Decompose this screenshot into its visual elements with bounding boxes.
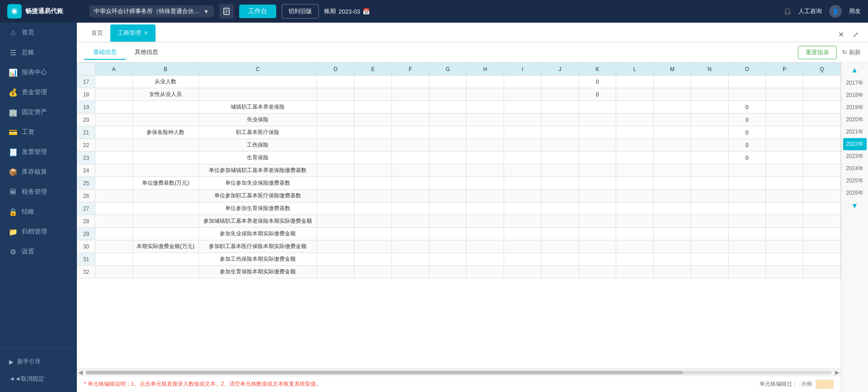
cell-r28-ccol_j[interactable] bbox=[541, 215, 579, 228]
cell-r25-ccol_n[interactable] bbox=[691, 177, 728, 190]
cell-r17-ccol_m[interactable] bbox=[654, 76, 691, 88]
cell-r17-ccol_h[interactable] bbox=[467, 76, 504, 88]
cell-r25-ccol_o[interactable] bbox=[728, 177, 766, 190]
cell-r20-ccol_n[interactable] bbox=[691, 114, 728, 126]
cell-r19-ccol_e[interactable] bbox=[354, 101, 392, 114]
cell-r28-ccol_b[interactable] bbox=[132, 215, 198, 228]
cell-r22-ccol_m[interactable] bbox=[654, 139, 691, 152]
year-scroll-up-icon[interactable]: ▲ bbox=[843, 64, 867, 76]
cell-r20-ccol_d[interactable] bbox=[317, 114, 354, 126]
cell-r22-ccol_l[interactable] bbox=[616, 139, 654, 152]
year-item-2021[interactable]: 2021年 bbox=[843, 126, 867, 138]
cell-r29-ccol_c[interactable]: 参加失业保险本期实际缴费金额 bbox=[198, 228, 317, 240]
cell-r17-ccol_e[interactable] bbox=[354, 76, 392, 88]
cell-r28-ccol_g[interactable] bbox=[429, 215, 467, 228]
cancel-fix-button[interactable]: ◄◄取消固定 bbox=[0, 370, 77, 387]
sidebar-item-ledger[interactable]: ☰ 总账 bbox=[0, 43, 77, 62]
cell-r19-ccol_j[interactable] bbox=[541, 101, 579, 114]
cell-r32-ccol_g[interactable] bbox=[429, 266, 467, 278]
cell-r29-ccol_g[interactable] bbox=[429, 228, 467, 240]
cell-r26-ccol_p[interactable] bbox=[766, 190, 803, 202]
doc-icon-button[interactable] bbox=[219, 4, 234, 19]
cell-r25-ccol_h[interactable] bbox=[467, 177, 504, 190]
cell-r24-ccol_i[interactable] bbox=[504, 164, 542, 177]
cell-r24-ccol_h[interactable] bbox=[467, 164, 504, 177]
cell-r26-ccol_b[interactable] bbox=[132, 190, 198, 202]
cell-r26-ccol_l[interactable] bbox=[616, 190, 654, 202]
cell-r29-ccol_o[interactable] bbox=[728, 228, 766, 240]
cell-r30-ccol_g[interactable] bbox=[429, 240, 467, 253]
cell-r30-ccol_q[interactable] bbox=[803, 240, 841, 253]
cell-r24-ccol_d[interactable] bbox=[317, 164, 354, 177]
cell-r31-ccol_q[interactable] bbox=[803, 253, 841, 266]
cell-r22-ccol_e[interactable] bbox=[354, 139, 392, 152]
cell-r22-ccol_c[interactable]: 工伤保险 bbox=[198, 139, 317, 152]
cell-r24-ccol_b[interactable] bbox=[132, 164, 198, 177]
cell-r29-ccol_i[interactable] bbox=[504, 228, 542, 240]
cell-r19-ccol_p[interactable] bbox=[766, 101, 803, 114]
cell-r22-ccol_n[interactable] bbox=[691, 139, 728, 152]
cell-r18-ccol_i[interactable] bbox=[504, 88, 542, 101]
cell-r24-ccol_g[interactable] bbox=[429, 164, 467, 177]
cell-r30-ccol_c[interactable]: 参加职工基本医疗保险本期实际缴费金额 bbox=[198, 240, 317, 253]
cell-r30-ccol_j[interactable] bbox=[541, 240, 579, 253]
cell-r18-ccol_b[interactable]: 女性从业人员 bbox=[132, 88, 198, 101]
cell-r27-ccol_h[interactable] bbox=[467, 202, 504, 215]
cell-r21-ccol_o[interactable]: 0 bbox=[728, 126, 766, 139]
cell-r18-ccol_d[interactable] bbox=[317, 88, 354, 101]
cell-r19-ccol_o[interactable]: 0 bbox=[728, 101, 766, 114]
cell-r26-ccol_e[interactable] bbox=[354, 190, 392, 202]
cell-r31-ccol_h[interactable] bbox=[467, 253, 504, 266]
cell-r17-ccol_l[interactable] bbox=[616, 76, 654, 88]
cell-r23-ccol_i[interactable] bbox=[504, 152, 542, 164]
cell-r32-ccol_e[interactable] bbox=[354, 266, 392, 278]
cell-r29-ccol_e[interactable] bbox=[354, 228, 392, 240]
cell-r27-ccol_a[interactable] bbox=[95, 202, 133, 215]
cell-r27-ccol_c[interactable]: 单位参加生育保险缴费基数 bbox=[198, 202, 317, 215]
sidebar-item-archive[interactable]: 📁 归档管理 bbox=[0, 222, 77, 242]
cell-r28-ccol_a[interactable] bbox=[95, 215, 133, 228]
sidebar-item-asset[interactable]: 🏢 固定资产 bbox=[0, 102, 77, 122]
cell-r25-ccol_d[interactable] bbox=[317, 177, 354, 190]
cell-r22-ccol_k[interactable] bbox=[579, 139, 616, 152]
cell-r28-ccol_o[interactable] bbox=[728, 215, 766, 228]
cell-r29-ccol_d[interactable] bbox=[317, 228, 354, 240]
cell-r18-ccol_l[interactable] bbox=[616, 88, 654, 101]
user-label[interactable]: 用友 bbox=[849, 7, 861, 15]
close-window-icon[interactable]: ✕ bbox=[835, 29, 846, 40]
cell-r32-ccol_p[interactable] bbox=[766, 266, 803, 278]
cell-r17-ccol_g[interactable] bbox=[429, 76, 467, 88]
grid-wrapper[interactable]: A B C D E F G H I J K L bbox=[77, 62, 841, 368]
cell-r32-ccol_f[interactable] bbox=[392, 266, 429, 278]
cell-r19-ccol_m[interactable] bbox=[654, 101, 691, 114]
cell-r31-ccol_p[interactable] bbox=[766, 253, 803, 266]
cell-r32-ccol_j[interactable] bbox=[541, 266, 579, 278]
cell-r23-ccol_b[interactable] bbox=[132, 152, 198, 164]
cell-r21-ccol_q[interactable] bbox=[803, 126, 841, 139]
cell-r19-ccol_b[interactable] bbox=[132, 101, 198, 114]
cell-r18-ccol_k[interactable]: 0 bbox=[579, 88, 616, 101]
cell-r25-ccol_c[interactable]: 单位参加失业保险缴费基数 bbox=[198, 177, 317, 190]
h-scroll-thumb[interactable] bbox=[86, 371, 683, 374]
year-item-2017[interactable]: 2017年 bbox=[843, 77, 867, 89]
cell-r27-ccol_q[interactable] bbox=[803, 202, 841, 215]
cell-r18-ccol_g[interactable] bbox=[429, 88, 467, 101]
cell-r20-ccol_j[interactable] bbox=[541, 114, 579, 126]
refresh-button[interactable]: ↻ 刷新 bbox=[842, 48, 861, 57]
cell-r17-ccol_d[interactable] bbox=[317, 76, 354, 88]
maximize-window-icon[interactable]: ⤢ bbox=[850, 29, 861, 40]
cell-r26-ccol_a[interactable] bbox=[95, 190, 133, 202]
cell-r28-ccol_i[interactable] bbox=[504, 215, 542, 228]
cell-r26-ccol_g[interactable] bbox=[429, 190, 467, 202]
cell-r30-ccol_h[interactable] bbox=[467, 240, 504, 253]
cell-r18-ccol_m[interactable] bbox=[654, 88, 691, 101]
cell-r29-ccol_n[interactable] bbox=[691, 228, 728, 240]
sidebar-item-settings[interactable]: ⚙ 设置 bbox=[0, 242, 77, 262]
cell-r24-ccol_k[interactable] bbox=[579, 164, 616, 177]
cell-r21-ccol_f[interactable] bbox=[392, 126, 429, 139]
cell-r25-ccol_b[interactable]: 单位缴费基数(万元) bbox=[132, 177, 198, 190]
cell-r30-ccol_m[interactable] bbox=[654, 240, 691, 253]
cell-r18-ccol_h[interactable] bbox=[467, 88, 504, 101]
cell-r20-ccol_g[interactable] bbox=[429, 114, 467, 126]
cell-r29-ccol_p[interactable] bbox=[766, 228, 803, 240]
